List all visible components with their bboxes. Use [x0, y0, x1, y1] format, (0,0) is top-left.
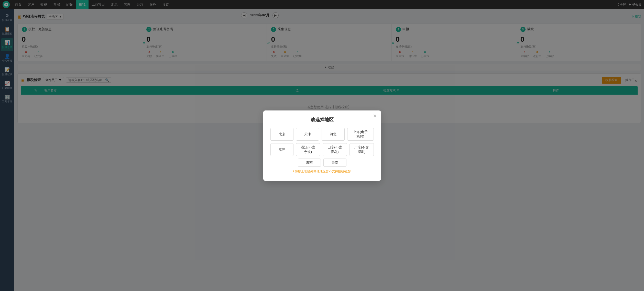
region-btn-云南[interactable]: 云南	[323, 159, 346, 167]
modal-title: 请选择地区	[270, 117, 374, 123]
region-btn-浙江(不含宁波)[interactable]: 浙江(不含宁波)	[296, 143, 320, 156]
region-btn-上海(电子税局)[interactable]: 上海(电子税局)	[347, 128, 374, 141]
region-btn-北京[interactable]: 北京	[270, 128, 293, 141]
region-btn-河北[interactable]: 河北	[322, 128, 345, 141]
region-row: 江苏浙江(不含宁波)山东(不含青岛)广东(不含深圳)	[270, 143, 374, 156]
region-btn-天津[interactable]: 天津	[296, 128, 319, 141]
region-row: 海南云南	[270, 159, 374, 167]
warning-icon: ℹ	[293, 170, 294, 173]
warning-text: 除以上地区外其他地区暂不支持报税检查!	[295, 169, 351, 174]
region-btn-广东(不含深圳)[interactable]: 广东(不含深圳)	[350, 143, 374, 156]
modal-warning: ℹ 除以上地区外其他地区暂不支持报税检查!	[270, 169, 374, 174]
region-row: 北京天津河北上海(电子税局)	[270, 128, 374, 141]
modal-overlay: ✕ 请选择地区 北京天津河北上海(电子税局)江苏浙江(不含宁波)山东(不含青岛)…	[0, 0, 644, 291]
region-rows: 北京天津河北上海(电子税局)江苏浙江(不含宁波)山东(不含青岛)广东(不含深圳)…	[270, 128, 374, 167]
modal-close-btn[interactable]: ✕	[373, 114, 377, 118]
region-select-modal: ✕ 请选择地区 北京天津河北上海(电子税局)江苏浙江(不含宁波)山东(不含青岛)…	[263, 110, 381, 181]
region-btn-海南[interactable]: 海南	[298, 159, 321, 167]
region-btn-山东(不含青岛)[interactable]: 山东(不含青岛)	[323, 143, 347, 156]
region-btn-江苏[interactable]: 江苏	[270, 143, 293, 156]
